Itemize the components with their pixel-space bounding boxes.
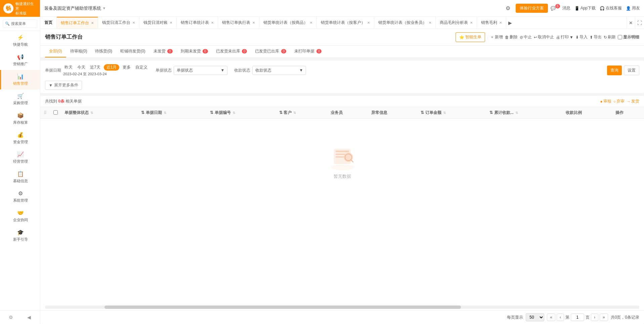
search-menu-button[interactable]: 🔍 搜索菜单 (3, 19, 37, 28)
page-last-button[interactable]: » (600, 314, 608, 321)
status-select[interactable]: 单据状态 ▼ (174, 66, 227, 75)
export-button[interactable]: ⬆ 导出 (590, 34, 602, 40)
online-service-button[interactable]: 🎧 在线客服 (600, 5, 622, 11)
sub-tab-shipped-not-warehoused[interactable]: 已发货未出库 0 (212, 46, 251, 57)
ship-button[interactable]: → 发货 (627, 98, 639, 104)
sub-tab-not-shipped[interactable]: 未发货 0 (149, 46, 177, 57)
date-option-yesterday[interactable]: 昨天 (63, 64, 74, 71)
cancel-stop-button[interactable]: ↩ 取消中止 (534, 34, 554, 40)
sort-collected-icon: ⇅ (489, 110, 493, 115)
sidebar-settings-button[interactable]: ⚙ (3, 313, 19, 321)
show-detail-checkbox[interactable] (618, 35, 622, 39)
tab-close-sales-summary-product[interactable]: ✕ (310, 21, 312, 25)
tab-close-all-button[interactable]: ✕ (627, 17, 635, 29)
date-range-display: 2023-02-24 至 2023-03-24 (63, 72, 149, 77)
payment-select[interactable]: 收款状态 ▼ (252, 66, 306, 75)
sidebar-item-marketing[interactable]: 📢 营销推广 (0, 50, 40, 70)
expand-more-section: ▼ 展开更多条件 (45, 79, 639, 90)
sub-tab-shipped-warehoused[interactable]: 已发货已出库 0 (251, 46, 290, 57)
sidebar-item-system[interactable]: ⚙ 系统管理 (0, 187, 40, 206)
tab-close-cash-daily[interactable]: ✕ (132, 21, 135, 25)
page-input[interactable] (571, 314, 584, 321)
sidebar-item-basic-info[interactable]: 📋 基础信息 (0, 167, 40, 187)
date-option-today[interactable]: 今天 (76, 64, 87, 71)
sidebar-item-finance[interactable]: 💰 资金管理 (0, 128, 40, 148)
sub-tab-not-printed[interactable]: 未打印单据 0 (290, 46, 326, 57)
refresh-button[interactable]: ↻ 刷新 (604, 34, 616, 40)
select-all-checkbox[interactable] (53, 110, 58, 115)
date-option-last7[interactable]: 近7天 (89, 64, 102, 71)
tab-cash-daily[interactable]: 钱货日清工作台 ✕ (98, 17, 139, 29)
tab-close-sales-exec[interactable]: ✕ (252, 21, 255, 25)
expand-more-button[interactable]: ▼ 展开更多条件 (45, 81, 82, 90)
sidebar-item-quick-nav[interactable]: ⚡ 快捷导航 (0, 31, 40, 50)
delete-button[interactable]: 🗑 删除 (505, 34, 518, 40)
tab-close-cash-reconcile[interactable]: ✕ (170, 21, 172, 25)
per-page-select[interactable]: 50 100 200 (526, 313, 544, 321)
stop-button[interactable]: ⊘ 中止 (520, 34, 532, 40)
topbar-settings-button[interactable]: ⚙ (506, 5, 510, 11)
sub-tab-all[interactable]: 全部(0) (45, 46, 66, 57)
tab-close-goods-margin[interactable]: ✕ (470, 21, 473, 25)
sub-tab-pending-pickup[interactable]: 待拣货(0) (91, 46, 116, 57)
industry-solution-button[interactable]: 体验行业方案 (516, 4, 548, 13)
tab-sales-summary-product[interactable]: 销货单统计表（按商品） ✕ (259, 17, 317, 29)
sidebar-item-operations[interactable]: 📈 经营管理 (0, 148, 40, 167)
tab-overflow-button[interactable]: ▶ (506, 20, 514, 26)
review-button[interactable]: ● 审核 (600, 98, 611, 104)
user-button[interactable]: 👤 用友 (626, 5, 640, 11)
sub-tab-wangpu[interactable]: 旺铺待发货(0) (116, 46, 149, 57)
sidebar-item-guide[interactable]: 🎓 新手引导 (0, 226, 40, 245)
tab-close-sales-summary-customer[interactable]: ✕ (367, 21, 370, 25)
tab-sales-stats[interactable]: 销售订单统计表 ✕ (177, 17, 218, 29)
filter-settings-button[interactable]: 设置 (624, 66, 639, 75)
app-download-button[interactable]: 📱 App下载 (574, 5, 596, 11)
tab-sales-profit[interactable]: 销售毛利 ✕ (477, 17, 506, 29)
logo-text: 畅捷通好生意 标准版 (15, 1, 37, 16)
date-option-custom[interactable]: 自定义 (134, 64, 149, 71)
page-first-button[interactable]: « (547, 314, 555, 321)
show-detail-label[interactable]: 显示明细 (618, 34, 639, 40)
tab-close-sales-summary-staff[interactable]: ✕ (429, 21, 431, 25)
tab-sales-summary-customer[interactable]: 销货单统计表（按客户） ✕ (317, 17, 374, 29)
tab-goods-margin[interactable]: 商品毛利分析表 ✕ (436, 17, 477, 29)
sidebar-item-sales[interactable]: 📊 销售管理 (0, 70, 40, 89)
import-button[interactable]: ⬇ 导入 (575, 34, 588, 40)
total-records-label: 共0页，0条记录 (611, 315, 639, 320)
add-button[interactable]: ＋ 新增 (490, 34, 503, 40)
col-amount: ⇅ 订单金额 ⇅ (417, 107, 486, 119)
tab-cash-reconcile[interactable]: 钱货日清对账 ✕ (139, 17, 177, 29)
sub-tab-pending-review[interactable]: 待审核(0) (66, 46, 91, 57)
tab-close-sales-profit[interactable]: ✕ (499, 21, 502, 25)
page-title: 销售订单工作台 (45, 34, 83, 41)
tab-sales-workbench[interactable]: 销售订单工作台 ✕ (57, 17, 98, 29)
page-prev-button[interactable]: ‹ (557, 314, 564, 321)
tab-close-sales-stats[interactable]: ✕ (211, 21, 214, 25)
tab-fullscreen-button[interactable]: ⛶ (635, 17, 644, 29)
smart-create-button[interactable]: ⭐ 智能生单 (456, 32, 485, 42)
sub-tab-overdue-not-shipped[interactable]: 到期未发货 0 (177, 46, 212, 57)
tab-close-sales-workbench[interactable]: ✕ (91, 21, 94, 25)
refresh-icon: ↻ (604, 35, 607, 40)
tab-sales-summary-staff[interactable]: 销货单统计表（按业务员） ✕ (374, 17, 436, 29)
logo-icon: 畅 (3, 3, 13, 13)
page-next-button[interactable]: › (591, 314, 598, 321)
table-section: 共找到 0条 相关单据 ● 审核 ○ 弃审 → 发货 (40, 96, 644, 324)
sidebar-item-inventory[interactable]: 📦 库存核算 (0, 109, 40, 128)
print-button[interactable]: 🖨 打印 ▼ (556, 34, 573, 40)
sort-date-icon: ⇅ (141, 110, 144, 115)
date-option-more[interactable]: 更多 (121, 64, 132, 71)
sidebar-collapse-button[interactable]: ◀ (21, 313, 38, 321)
date-option-last1month[interactable]: 近1月 (104, 64, 120, 71)
sidebar-item-enterprise[interactable]: 🤝 企业协同 (0, 206, 40, 226)
horizontal-scrollbar[interactable] (45, 306, 639, 309)
sidebar-item-purchase[interactable]: 🛒 采购管理 (0, 89, 40, 109)
guide-icon: 🎓 (17, 229, 24, 236)
cancel-review-button[interactable]: ○ 弃审 (613, 98, 625, 104)
query-button[interactable]: 查询 (607, 66, 622, 75)
status-select-arrow: ▼ (220, 68, 224, 73)
message-button[interactable]: 💬 6 消息 (551, 5, 570, 11)
stop-icon: ⊘ (520, 35, 523, 40)
tab-sales-exec[interactable]: 销售订单执行表 ✕ (218, 17, 259, 29)
tab-home[interactable]: 首页 (40, 17, 57, 29)
